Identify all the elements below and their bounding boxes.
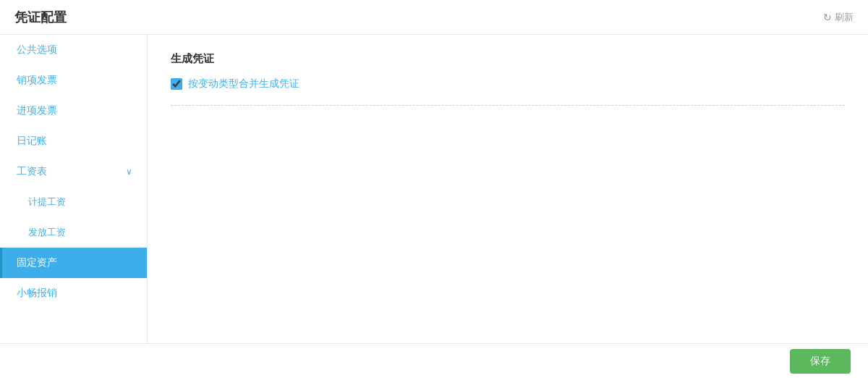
refresh-label: 刷新 <box>835 11 854 24</box>
chevron-down-icon: ∨ <box>126 167 132 177</box>
header: 凭证配置 ↻ 刷新 <box>0 0 868 35</box>
page-title: 凭证配置 <box>14 9 67 26</box>
sidebar-item-expense-reimbursement[interactable]: 小畅报销 <box>0 278 147 308</box>
body: 公共选项 销项发票 进项发票 日记账 工资表 ∨ 计提工资 <box>0 35 868 343</box>
refresh-button[interactable]: ↻ 刷新 <box>823 11 854 24</box>
main-content: 生成凭证 按变动类型合并生成凭证 <box>148 35 868 343</box>
sidebar-item-journal[interactable]: 日记账 <box>0 126 147 156</box>
refresh-icon: ↻ <box>823 12 832 23</box>
page-wrapper: 凭证配置 ↻ 刷新 公共选项 销项发票 进项发票 日记账 <box>0 0 868 378</box>
sidebar-item-commission[interactable]: 计提工资 <box>0 187 147 217</box>
section-divider <box>171 105 845 106</box>
sidebar: 公共选项 销项发票 进项发票 日记账 工资表 ∨ 计提工资 <box>0 35 148 343</box>
footer: 保存 <box>0 343 868 378</box>
merge-by-type-checkbox[interactable] <box>171 78 182 90</box>
sidebar-item-sales-invoice[interactable]: 销项发票 <box>0 65 147 96</box>
sidebar-item-label: 发放工资 <box>28 226 66 239</box>
sidebar-item-public-options[interactable]: 公共选项 <box>0 35 147 65</box>
sidebar-item-label: 工资表 <box>17 165 47 178</box>
sidebar-item-label: 销项发票 <box>17 74 57 87</box>
section-title: 生成凭证 <box>171 52 845 66</box>
save-button[interactable]: 保存 <box>790 349 851 374</box>
checkbox-row: 按变动类型合并生成凭证 <box>171 77 845 91</box>
sidebar-item-label: 固定资产 <box>17 256 57 269</box>
sidebar-item-label: 公共选项 <box>17 43 57 56</box>
sidebar-item-payroll-table[interactable]: 工资表 ∨ <box>0 156 147 187</box>
sidebar-item-label: 小畅报销 <box>17 287 57 300</box>
sidebar-item-purchase-invoice[interactable]: 进项发票 <box>0 96 147 126</box>
sidebar-item-label: 进项发票 <box>17 104 57 117</box>
sidebar-item-pay-salary[interactable]: 发放工资 <box>0 217 147 248</box>
sidebar-item-label: 计提工资 <box>28 196 66 209</box>
sidebar-item-fixed-assets[interactable]: 固定资产 <box>0 248 147 278</box>
sidebar-item-label: 日记账 <box>17 135 47 148</box>
merge-by-type-label[interactable]: 按变动类型合并生成凭证 <box>188 77 299 91</box>
